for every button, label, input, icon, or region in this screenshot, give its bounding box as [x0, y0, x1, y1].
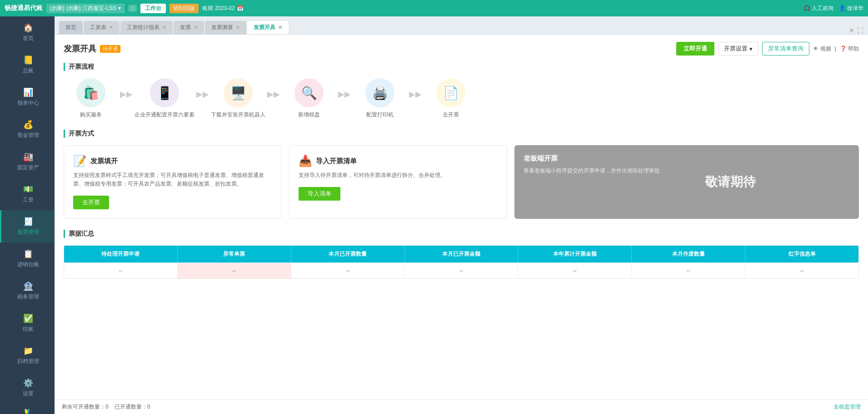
flow-step-download-robot: 🖥️ 下载并安装开票机器人	[211, 78, 265, 119]
config-printer-label: 配置打印机	[366, 111, 394, 119]
enterprise-setup-icon[interactable]: 📱	[150, 78, 179, 107]
header-right-icons: 👁 视频 | ❓ 帮助	[813, 45, 859, 53]
sidebar-item-invoice-mgmt[interactable]: 🧾 发票管理	[0, 210, 55, 242]
settings-icon: ⚙️	[23, 378, 33, 388]
sidebar-item-payroll[interactable]: 💵 工资	[0, 178, 55, 210]
sidebar-item-purchase-sales[interactable]: 📋 进销台账	[0, 242, 55, 275]
tab-home[interactable]: 首页	[59, 21, 83, 34]
boss-coming-soon: 敬请期待	[705, 173, 756, 191]
page-title-row: 发票开具 待开通	[64, 43, 120, 54]
summary-table-header: 待处理开票申请 异常单票 本月已开票数量 本月已开票金额 本年累计开票金额 本月…	[64, 246, 858, 263]
cell-1: --	[178, 263, 291, 278]
switch-old-button[interactable]: 切到旧版	[170, 4, 199, 13]
arrow-4: ▶▶	[338, 89, 351, 99]
workbench-button[interactable]: 工作台	[140, 4, 166, 13]
calendar-icon[interactable]: 📅	[237, 5, 244, 11]
sidebar-label-purchase-sales: 进销台账	[17, 261, 39, 268]
sidebar-label-home: 首页	[23, 35, 34, 42]
tab-payroll-stats-close[interactable]: ✕	[162, 25, 166, 30]
company-role: (勿删)	[50, 5, 65, 12]
header-actions: 立即开通 开票设置 ▾ 异常清单查询 👁 视频 | ❓ 帮助	[676, 42, 859, 56]
download-robot-label: 下载并安装开票机器人	[211, 111, 265, 119]
app-logo: 畅捷通易代账	[5, 4, 43, 12]
sidebar-item-fixed-assets[interactable]: 🏭 固定资产	[0, 146, 55, 178]
guide-icon: 🔰	[24, 409, 30, 414]
cell-6: --	[745, 263, 858, 278]
go-taxbox-mgmt-button[interactable]: 去税盘管理	[833, 403, 861, 411]
tab-payroll-table-close[interactable]: ✕	[109, 25, 113, 30]
open-settings-button[interactable]: 开票设置 ▾	[718, 42, 758, 56]
sidebar-item-reports[interactable]: 📊 报表中心	[0, 81, 55, 113]
sidebar-item-settlement[interactable]: ✅ 结账	[0, 307, 55, 339]
top-bar: 畅捷通易代账 (勿删) (勿删) 江西服宝-LSS ▾ □ 工作台 切到旧版 账…	[0, 0, 868, 16]
go-issue-button[interactable]: 去开票	[73, 196, 109, 209]
col-header-0: 待处理开票申请	[64, 246, 178, 263]
tab-invoice-label: 发票	[180, 24, 191, 31]
cell-2: --	[291, 263, 405, 278]
config-printer-icon[interactable]: 🖨️	[365, 78, 394, 107]
tab-payroll-table[interactable]: 工资表 ✕	[84, 21, 120, 34]
period-info: 账期 2023-02 📅	[202, 5, 244, 12]
col-header-2: 本月已开票数量	[291, 246, 405, 263]
top-bar-left: 畅捷通易代账 (勿删) (勿删) 江西服宝-LSS ▾ □ 工作台 切到旧版 账…	[5, 4, 244, 13]
sidebar-item-settings[interactable]: ⚙️ 设置	[0, 372, 55, 404]
page-content: 发票开具 待开通 立即开通 开票设置 ▾ 异常清单查询 👁 视频 | ❓ 帮助	[55, 35, 868, 399]
view-icon[interactable]: 👁 视频	[813, 45, 831, 53]
summary-section-title: 票据汇总	[64, 230, 859, 238]
sidebar-item-archive[interactable]: 📁 归档管理	[0, 339, 55, 372]
sidebar-item-guide[interactable]: 🔰 新手引导	[0, 404, 55, 414]
tab-invoice-calc[interactable]: 发票测算 ✕	[205, 21, 246, 34]
purchase-sales-icon: 📋	[23, 249, 33, 259]
col-header-1: 异常单票	[178, 246, 291, 263]
tab-invoice-calc-label: 发票测算	[211, 24, 233, 31]
issue-invoice-label: 去开票	[443, 111, 459, 119]
sidebar: 🏠 首页 📒 总账 📊 报表中心 💰 资金管理 🏭 固定资产 💵 工资 🧾 发票…	[0, 16, 55, 414]
page-header: 发票开具 待开通 立即开通 开票设置 ▾ 异常清单查询 👁 视频 | ❓ 帮助	[64, 42, 859, 56]
sidebar-label-reports: 报表中心	[17, 99, 39, 107]
import-list-icon: 📥	[299, 155, 312, 167]
abnormal-query-button[interactable]: 异常清单查询	[762, 42, 809, 56]
sidebar-bottom: 🔰 新手引导 👑 畅会员 ↑ ↑取消固定	[0, 404, 55, 414]
import-list-title: 📥 导入开票清单	[299, 155, 498, 167]
sidebar-item-tax-mgmt[interactable]: 🏦 税务管理	[0, 275, 55, 307]
sidebar-label-tax-mgmt: 税务管理	[17, 293, 39, 301]
user-name: 徐泽华	[847, 5, 863, 12]
buy-service-icon[interactable]: 🛍️	[76, 78, 105, 107]
tab-invoice-close[interactable]: ✕	[194, 25, 198, 30]
billing-section-title: 开票方式	[64, 130, 859, 138]
user-avatar-icon: 👤	[839, 5, 846, 11]
buy-service-label: 购买服务	[80, 111, 102, 119]
company-selector[interactable]: (勿删) (勿删) 江西服宝-LSS ▾	[46, 4, 125, 13]
immediate-open-button[interactable]: 立即开通	[676, 42, 714, 56]
manual-fill-card: 📝 发票填开 支持按照发票样式手工填充开发票；可开具增值税电子普通发票、增值税普…	[64, 145, 282, 219]
sidebar-item-funds[interactable]: 💰 资金管理	[0, 113, 55, 146]
sidebar-item-home[interactable]: 🏠 首页	[0, 16, 55, 49]
download-robot-icon[interactable]: 🖥️	[224, 78, 253, 107]
help-icon[interactable]: ❓ 帮助	[840, 45, 859, 53]
maximize-button[interactable]: ⛶	[857, 27, 863, 34]
manual-fill-title: 📝 发票填开	[73, 155, 272, 167]
copy-button[interactable]: □	[128, 5, 137, 12]
manual-fill-icon: 📝	[73, 155, 87, 167]
consult-button[interactable]: 🎧 人工咨询	[803, 5, 833, 12]
sidebar-item-general-ledger[interactable]: 📒 总账	[0, 49, 55, 81]
tab-invoice-tool[interactable]: 发票开具 ✕	[247, 21, 289, 34]
billing-methods: 📝 发票填开 支持按照发票样式手工填充开发票；可开具增值税电子普通发票、增值税普…	[64, 145, 859, 219]
tab-invoice-calc-close[interactable]: ✕	[236, 25, 240, 30]
boss-invoice-card: 老板端开票 查看老板端小程序提交的开票申请，并作出相应处理审批 敬请期待	[514, 145, 859, 219]
cell-3: --	[405, 263, 519, 278]
user-info[interactable]: 👤 徐泽华	[839, 5, 863, 12]
opened-label: 已开通数量：0	[115, 404, 150, 410]
tab-invoice[interactable]: 发票 ✕	[174, 21, 204, 34]
tab-invoice-tool-close[interactable]: ✕	[278, 25, 282, 30]
issue-invoice-icon[interactable]: 📄	[436, 78, 465, 107]
boss-card-title: 老板端开票	[524, 154, 850, 163]
import-list-button[interactable]: 导入清单	[299, 187, 340, 201]
summary-table-row: -- -- -- -- -- -- --	[64, 263, 858, 278]
tax-mgmt-icon: 🏦	[23, 281, 33, 291]
sidebar-label-payroll: 工资	[23, 196, 34, 204]
add-taxbox-icon[interactable]: 🔍	[294, 78, 324, 107]
close-button[interactable]: ✕	[849, 27, 854, 34]
tab-payroll-stats[interactable]: 工资统计报表 ✕	[120, 21, 173, 34]
period-value: 2023-02	[215, 5, 235, 11]
